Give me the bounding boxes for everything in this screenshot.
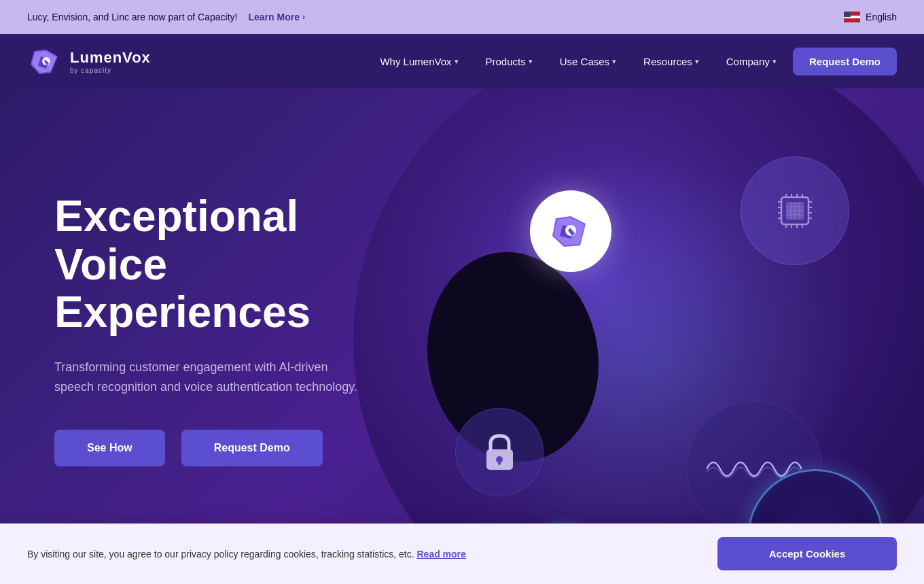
svg-rect-2 bbox=[844, 20, 860, 22]
arrow-icon: › bbox=[302, 12, 305, 22]
nav-label-why: Why LumenVox bbox=[380, 56, 451, 67]
lumenvox-logo-circle bbox=[530, 190, 611, 272]
see-how-button[interactable]: See How bbox=[54, 430, 165, 466]
chip-icon bbox=[771, 187, 819, 235]
svg-rect-3 bbox=[844, 12, 851, 17]
chevron-resources-icon: ▾ bbox=[695, 57, 699, 66]
logo-text: LumenVox by capacity bbox=[70, 49, 151, 74]
nav-label-products: Products bbox=[486, 56, 526, 67]
logo-icon bbox=[27, 44, 65, 78]
logo-circle-icon bbox=[550, 213, 591, 250]
language-label: English bbox=[866, 12, 897, 22]
chevron-products-icon: ▾ bbox=[529, 57, 533, 66]
language-selector[interactable]: English bbox=[844, 12, 897, 22]
nav-item-why-lumenvox[interactable]: Why LumenVox ▾ bbox=[369, 50, 469, 73]
nav-item-use-cases[interactable]: Use Cases ▾ bbox=[549, 50, 627, 73]
cookie-message: By visiting our site, you agree to our p… bbox=[27, 549, 414, 560]
announcement-text: Lucy, Envision, and Linc are now part of… bbox=[27, 12, 237, 22]
flag-icon bbox=[844, 12, 860, 22]
hero-subtitle: Transforming customer engagement with AI… bbox=[54, 358, 367, 397]
hero-title: Exceptional Voice Experiences bbox=[54, 192, 421, 336]
chip-circle bbox=[741, 156, 849, 265]
nav-label-company: Company bbox=[726, 56, 770, 67]
nav-request-demo-button[interactable]: Request Demo bbox=[793, 48, 897, 75]
accept-cookies-button[interactable]: Accept Cookies bbox=[717, 537, 897, 570]
hero-request-demo-button[interactable]: Request Demo bbox=[181, 430, 323, 466]
learn-more-link[interactable]: Learn More › bbox=[248, 12, 304, 22]
hero-title-line2: Experiences bbox=[54, 288, 310, 337]
logo-sub: by capacity bbox=[70, 67, 151, 74]
learn-more-label: Learn More bbox=[248, 12, 299, 22]
nav-label-resources: Resources bbox=[643, 56, 692, 67]
nav-item-resources[interactable]: Resources ▾ bbox=[633, 50, 710, 73]
hero-buttons: See How Request Demo bbox=[54, 430, 421, 466]
nav-item-company[interactable]: Company ▾ bbox=[715, 50, 787, 73]
nav-links: Why LumenVox ▾ Products ▾ Use Cases ▾ Re… bbox=[369, 48, 897, 75]
nav-label-use-cases: Use Cases bbox=[560, 56, 609, 67]
navbar: LumenVox by capacity Why LumenVox ▾ Prod… bbox=[0, 34, 924, 88]
hero-content: Exceptional Voice Experiences Transformi… bbox=[0, 192, 421, 466]
announcement-left: Lucy, Envision, and Linc are now part of… bbox=[27, 12, 305, 22]
nav-item-products[interactable]: Products ▾ bbox=[475, 50, 544, 73]
chevron-company-icon: ▾ bbox=[772, 57, 777, 66]
lock-circle bbox=[455, 408, 544, 496]
lock-icon bbox=[481, 430, 518, 475]
cookie-text: By visiting our site, you agree to our p… bbox=[27, 549, 701, 560]
cookie-banner: By visiting our site, you agree to our p… bbox=[0, 523, 924, 584]
announcement-bar: Lucy, Envision, and Linc are now part of… bbox=[0, 0, 924, 34]
logo-brand: LumenVox bbox=[70, 49, 151, 67]
chevron-why-icon: ▾ bbox=[455, 57, 459, 66]
logo[interactable]: LumenVox by capacity bbox=[27, 44, 151, 78]
tech-sphere: </> bbox=[360, 102, 890, 570]
svg-rect-32 bbox=[498, 460, 501, 465]
hero-title-line1: Exceptional Voice bbox=[54, 192, 298, 288]
hero-section: </> Exceptional Voice Experiences Transf… bbox=[0, 88, 924, 570]
cookie-read-more-link[interactable]: Read more bbox=[416, 549, 465, 560]
chevron-use-cases-icon: ▾ bbox=[612, 57, 616, 66]
